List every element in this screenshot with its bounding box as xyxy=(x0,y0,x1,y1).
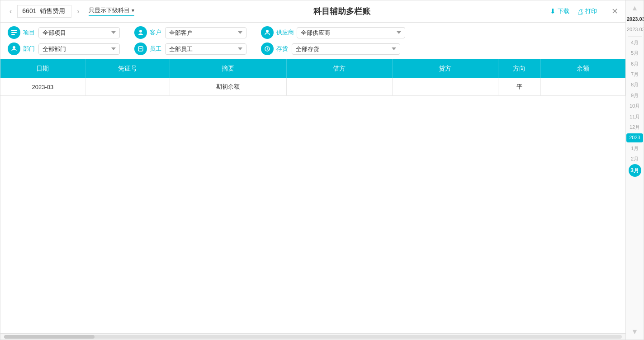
cell-balance xyxy=(540,78,625,96)
timeline-item-2023-03-selected[interactable]: 2023.03 xyxy=(626,14,644,24)
filter-row-2: 部门 全部部门 员工 全部员工 xyxy=(8,42,618,55)
employee-label: 员工 xyxy=(150,45,162,53)
print-icon: 🖨 xyxy=(577,8,583,15)
timeline-item-5[interactable]: 5月 xyxy=(626,48,644,58)
project-select[interactable]: 全部项目 xyxy=(38,27,120,38)
cell-summary: 期初余额 xyxy=(170,78,287,96)
inventory-label: 存货 xyxy=(276,45,289,53)
timeline-panel: ▲ 2023.03 2023.03 4月 5月 6月 7月 8月 9月 10月 … xyxy=(625,0,644,340)
show-sub-toggle[interactable]: 只显示下级科目 ▾ xyxy=(89,6,134,16)
show-sub-label: 只显示下级科目 xyxy=(89,6,130,14)
supplier-filter-item: 供应商 全部供应商 xyxy=(261,26,405,39)
employee-icon xyxy=(134,42,147,55)
timeline-item-7[interactable]: 7月 xyxy=(626,69,644,80)
table-container: 日期 凭证号 摘要 借方 贷方 方向 余额 2023-03 期初余额 xyxy=(0,59,625,96)
department-filter-item: 部门 全部部门 xyxy=(8,42,120,55)
timeline-item-6[interactable]: 6月 xyxy=(626,59,644,69)
table-header-row: 日期 凭证号 摘要 借方 贷方 方向 余额 xyxy=(0,59,625,78)
toolbar-right: ⬇ 下载 🖨 打印 ✕ xyxy=(550,6,618,16)
svg-rect-6 xyxy=(139,48,142,49)
svg-rect-5 xyxy=(138,47,143,51)
next-account-btn[interactable]: › xyxy=(75,6,81,16)
table-row[interactable]: 2023-03 期初余额 平 xyxy=(0,78,625,96)
timeline-item-9[interactable]: 9月 xyxy=(626,90,644,101)
project-label: 项目 xyxy=(23,28,36,37)
download-label: 下载 xyxy=(558,7,569,15)
project-filter-item: 项目 全部项目 xyxy=(8,26,120,39)
customer-select[interactable]: 全部客户 xyxy=(165,27,246,38)
svg-point-3 xyxy=(266,30,269,33)
main-window: ▲ 2023.03 2023.03 4月 5月 6月 7月 8月 9月 10月 … xyxy=(0,0,644,340)
inventory-filter-item: 存货 全部存货 xyxy=(261,42,400,55)
scrollbar-track xyxy=(4,335,622,339)
timeline-divider xyxy=(628,36,642,37)
col-header-direction: 方向 xyxy=(498,59,540,78)
supplier-select[interactable]: 全部供应商 xyxy=(297,27,405,38)
timeline-item-8[interactable]: 8月 xyxy=(626,80,644,90)
timeline-item-1[interactable]: 1月 xyxy=(626,143,644,154)
timeline-up-nav[interactable]: ▲ xyxy=(630,2,640,14)
svg-point-4 xyxy=(13,46,15,49)
print-btn[interactable]: 🖨 打印 xyxy=(577,7,597,15)
page-title: 科目辅助多栏账 xyxy=(134,6,550,17)
col-header-balance: 余额 xyxy=(540,59,625,78)
main-content: ‹ 6601 销售费用 › 只显示下级科目 ▾ 科目辅助多栏账 ⬇ 下载 🖨 打… xyxy=(0,0,625,96)
customer-icon xyxy=(134,26,147,39)
timeline-item-4[interactable]: 4月 xyxy=(626,38,644,48)
supplier-icon xyxy=(261,26,274,39)
cell-direction: 平 xyxy=(498,78,540,96)
customer-filter-item: 客户 全部客户 xyxy=(134,26,246,39)
supplier-label: 供应商 xyxy=(276,28,294,37)
svg-rect-0 xyxy=(11,30,17,31)
col-header-voucher: 凭证号 xyxy=(85,59,170,78)
cell-credit xyxy=(392,78,498,96)
col-header-debit: 借方 xyxy=(286,59,392,78)
timeline-item-3-active[interactable]: 3月 xyxy=(629,164,641,177)
department-select[interactable]: 全部部门 xyxy=(38,43,120,55)
timeline-year-badge[interactable]: 2023 xyxy=(626,133,643,142)
ledger-table: 日期 凭证号 摘要 借方 贷方 方向 余额 2023-03 期初余额 xyxy=(0,59,625,96)
project-icon xyxy=(8,26,20,39)
inventory-select[interactable]: 全部存货 xyxy=(292,43,400,55)
header-bar: ‹ 6601 销售费用 › 只显示下级科目 ▾ 科目辅助多栏账 ⬇ 下载 🖨 打… xyxy=(0,0,625,23)
department-icon xyxy=(8,42,20,55)
filters-panel: 项目 全部项目 客户 全部客户 xyxy=(0,23,625,59)
svg-rect-1 xyxy=(11,32,17,33)
close-btn[interactable]: ✕ xyxy=(611,6,618,16)
employee-select[interactable]: 全部员工 xyxy=(165,43,246,55)
inventory-icon xyxy=(261,42,274,55)
col-header-date: 日期 xyxy=(0,59,85,78)
cell-debit xyxy=(286,78,392,96)
timeline-item-12[interactable]: 12月 xyxy=(626,122,644,132)
cell-date: 2023-03 xyxy=(0,78,85,96)
timeline-down-nav[interactable]: ▼ xyxy=(630,326,640,338)
employee-filter-item: 员工 全部员工 xyxy=(134,42,246,55)
customer-label: 客户 xyxy=(150,28,162,37)
account-name-text: 销售费用 xyxy=(40,7,65,14)
account-display: 6601 销售费用 xyxy=(17,5,71,18)
timeline-item-2023-03[interactable]: 2023.03 xyxy=(626,24,644,35)
download-icon: ⬇ xyxy=(550,7,556,15)
cell-voucher xyxy=(85,78,170,96)
filter-row-1: 项目 全部项目 客户 全部客户 xyxy=(8,26,618,39)
col-header-summary: 摘要 xyxy=(170,59,287,78)
col-header-credit: 贷方 xyxy=(392,59,498,78)
scrollbar-thumb[interactable] xyxy=(4,335,95,339)
department-label: 部门 xyxy=(23,45,36,53)
download-btn[interactable]: ⬇ 下载 xyxy=(550,7,569,15)
account-code-text: 6601 xyxy=(22,7,36,14)
svg-rect-2 xyxy=(11,34,15,35)
prev-account-btn[interactable]: ‹ xyxy=(8,6,14,16)
timeline-item-10[interactable]: 10月 xyxy=(626,101,644,111)
timeline-item-11[interactable]: 11月 xyxy=(626,112,644,122)
timeline-item-2[interactable]: 2月 xyxy=(626,154,644,164)
print-label: 打印 xyxy=(585,7,597,15)
horizontal-scrollbar[interactable] xyxy=(0,333,625,340)
